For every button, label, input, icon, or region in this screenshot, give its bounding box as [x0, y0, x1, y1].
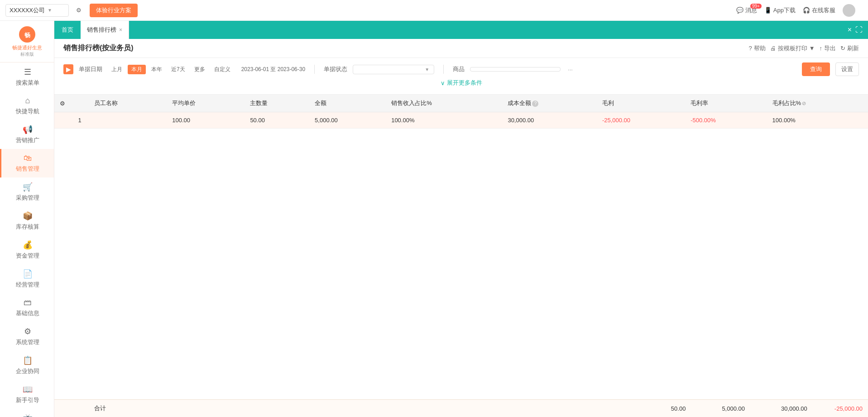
cell-rank: 1	[71, 112, 89, 129]
sidebar-item-marketing[interactable]: 📢 营销推广	[0, 120, 54, 149]
user-avatar[interactable]	[843, 4, 855, 17]
filter-more-dots[interactable]: ···	[568, 66, 573, 73]
top-bar-right: 💬 消息 99+ 📱 App下载 🎧 在线客服	[736, 4, 863, 17]
status-select[interactable]: ▼	[353, 65, 434, 74]
date-opt-this-year[interactable]: 本年	[148, 65, 166, 74]
date-opt-this-month[interactable]: 本月	[128, 65, 146, 74]
col-gross-rate: 毛利率	[685, 95, 767, 112]
col-avg-price: 平均单价	[167, 95, 245, 112]
goods-input[interactable]	[470, 67, 561, 72]
status-filter-label: 单据状态	[324, 65, 347, 73]
sidebar-item-purchase[interactable]: 🛒 采购管理	[0, 177, 54, 206]
cell-gross-rate: -500.00%	[685, 112, 767, 129]
topbar-settings-button[interactable]: ⚙	[72, 4, 85, 17]
export-button[interactable]: ↑ 导出	[820, 44, 836, 53]
filter-settings-button[interactable]: 设置	[835, 62, 859, 76]
message-button[interactable]: 💬 消息 99+	[736, 6, 757, 14]
search-icon: ☰	[24, 67, 31, 77]
filter-row-1: ▶ 单据日期 上月 本月 本年 近7天 更多 自定义 2023-06-01 至 …	[63, 62, 859, 76]
help-button[interactable]: ? 帮助	[748, 44, 765, 53]
col-sales-ratio: 销售收入占比%	[386, 95, 502, 112]
main-layout: 畅 畅捷通好生意 标准版 ☰ 搜索菜单 ⌂ 快捷导航 📢 营销推广 🛍 销售管理…	[0, 21, 868, 417]
sidebar-item-search-label: 搜索菜单	[16, 79, 39, 87]
date-filter-label: 单据日期	[79, 65, 102, 73]
col-rank	[71, 95, 89, 112]
tab-bar-right: × ⛶	[848, 26, 868, 34]
home-icon: ⌂	[25, 96, 30, 105]
app-download-button[interactable]: 📱 App下载	[764, 6, 796, 14]
sales-icon: 🛍	[24, 153, 32, 163]
sidebar-item-quick-nav[interactable]: ⌂ 快捷导航	[0, 91, 54, 120]
content-area: 首页 销售排行榜 × × ⛶ 销售排行榜(按业务员) ? 帮助	[54, 21, 868, 417]
cell-gross-ratio: 100.00%	[767, 112, 868, 129]
date-opt-custom[interactable]: 自定义	[211, 65, 234, 74]
col-amount: 全额	[309, 95, 386, 112]
sidebar-item-system[interactable]: ⚙ 系统管理	[0, 322, 54, 351]
help-label: 帮助	[754, 44, 766, 53]
sidebar-item-finance-label: 资金管理	[16, 252, 39, 260]
cell-sales-ratio: 100.00%	[386, 112, 502, 129]
col-name: 员工名称	[89, 95, 167, 112]
tab-sales-ranking[interactable]: 销售排行榜 ×	[81, 21, 129, 39]
cell-cost: 30,000.00	[502, 112, 596, 129]
service-label: 在线客服	[812, 6, 835, 14]
sidebar-item-apps[interactable]: 📺 应用中心	[0, 409, 54, 417]
window-close-icon[interactable]: ×	[848, 26, 852, 34]
sidebar-item-guide[interactable]: 📖 新手引导	[0, 380, 54, 409]
col-settings[interactable]: ⚙	[54, 95, 71, 112]
col-gross-ratio: 毛利占比%⊘	[767, 95, 868, 112]
top-bar: XXXXXX公司 ▼ ⚙ 体验行业方案 💬 消息 99+ 📱 App下载 🎧 在…	[0, 0, 868, 21]
col-cost: 成本全额?	[502, 95, 596, 112]
print-button[interactable]: 🖨 按模板打印 ▼	[770, 44, 815, 53]
sidebar-item-enterprise[interactable]: 📋 企业协同	[0, 351, 54, 380]
refresh-button[interactable]: ↻ 刷新	[840, 44, 859, 53]
filter-divider-2	[443, 65, 444, 74]
tab-close-icon[interactable]: ×	[119, 27, 122, 33]
fullscreen-icon[interactable]: ⛶	[855, 26, 863, 34]
col-quantity: 主数量	[245, 95, 309, 112]
footer-gross: -25,000.00	[834, 405, 863, 412]
sidebar-item-inventory[interactable]: 📦 库存核算	[0, 206, 54, 235]
sidebar-item-sales-label: 销售管理	[16, 165, 39, 173]
date-range-display: 2023-06-01 至 2023-06-30	[241, 66, 305, 73]
app-icon: 📱	[764, 7, 772, 14]
purchase-icon: 🛒	[23, 182, 33, 192]
sidebar-item-purchase-label: 采购管理	[16, 194, 39, 202]
gross-ratio-icon: ⊘	[802, 101, 806, 106]
sidebar-item-search[interactable]: ☰ 搜索菜单	[0, 62, 54, 91]
trial-button[interactable]: 体验行业方案	[90, 4, 138, 17]
sidebar-item-enterprise-label: 企业协同	[16, 367, 39, 375]
cell-quantity: 50.00	[245, 112, 309, 129]
tab-home[interactable]: 首页	[54, 21, 81, 39]
guide-icon: 📖	[23, 384, 33, 394]
export-label: 导出	[824, 44, 836, 53]
sidebar-item-sales[interactable]: 🛍 销售管理	[0, 149, 54, 177]
date-opt-more[interactable]: 更多	[191, 65, 209, 74]
logo-sub: 标准版	[20, 51, 34, 58]
query-button[interactable]: 查询	[802, 62, 830, 76]
apps-icon: 📺	[23, 413, 33, 417]
online-service-button[interactable]: 🎧 在线客服	[803, 6, 835, 14]
company-name: XXXXXX公司	[10, 6, 45, 14]
expand-more-btn[interactable]: ∨ 展开更多条件	[63, 76, 859, 90]
date-opt-last-7[interactable]: 近7天	[168, 65, 189, 74]
filter-toggle-btn[interactable]: ▶	[63, 64, 73, 74]
tab-sales-label: 销售排行榜	[87, 26, 116, 34]
sidebar-item-finance[interactable]: 💰 资金管理	[0, 235, 54, 264]
print-chevron-icon: ▼	[809, 45, 815, 52]
filter-bar: ▶ 单据日期 上月 本月 本年 近7天 更多 自定义 2023-06-01 至 …	[54, 58, 868, 95]
sidebar-item-operations[interactable]: 📄 经营管理	[0, 264, 54, 293]
message-icon: 💬	[736, 7, 743, 14]
company-selector[interactable]: XXXXXX公司 ▼	[5, 4, 69, 17]
date-opt-last-month[interactable]: 上月	[108, 65, 126, 74]
sidebar-item-basic-info[interactable]: 🗃 基础信息	[0, 293, 54, 322]
expand-chevron-icon: ∨	[441, 80, 445, 86]
table-row: 1 100.00 50.00 5,000.00 100.00% 30,000.0…	[54, 112, 868, 129]
company-chevron-icon: ▼	[48, 8, 52, 13]
page-header: 销售排行榜(按业务员) ? 帮助 🖨 按模板打印 ▼ ↑ 导出	[54, 39, 868, 58]
footer-quantity: 50.00	[671, 405, 686, 412]
cost-info-icon[interactable]: ?	[532, 101, 538, 107]
cell-gross: -25,000.00	[597, 112, 685, 129]
print-label: 按模板打印	[778, 44, 807, 53]
marketing-icon: 📢	[23, 125, 33, 134]
